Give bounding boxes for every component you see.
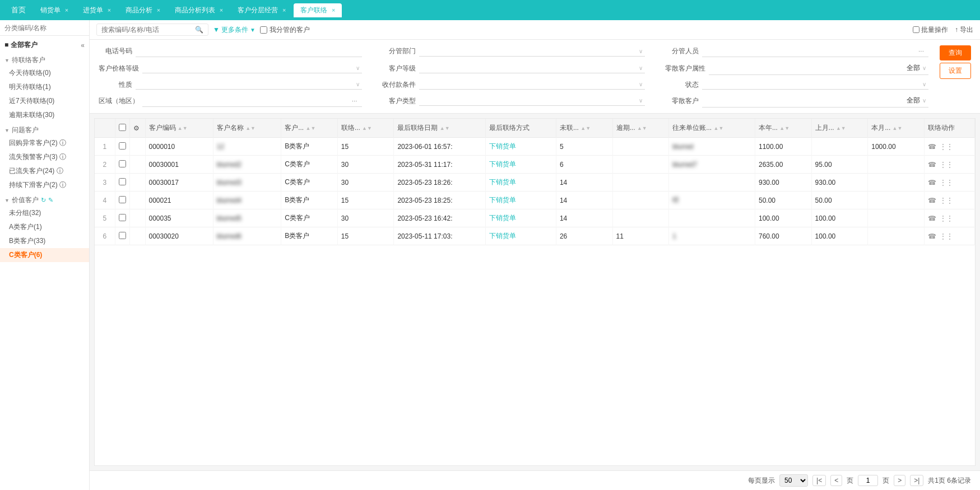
collapse-icon[interactable]: « xyxy=(81,41,85,49)
export-button[interactable]: ↑ 导出 xyxy=(955,25,973,35)
refresh-icon[interactable]: ↻ xyxy=(41,197,46,204)
next-page-button[interactable]: > xyxy=(894,475,905,486)
phone-icon[interactable]: ☎ xyxy=(928,232,936,240)
sidebar-item-class-a[interactable]: A类客户(1) xyxy=(0,220,89,234)
filter-status-select[interactable]: ∨ xyxy=(702,80,928,90)
filter-phone-input[interactable] xyxy=(136,45,362,57)
sidebar-item-today[interactable]: 今天待联络(0) xyxy=(0,66,89,80)
sidebar-item-lost[interactable]: 已流失客户(24) ⓘ xyxy=(0,164,89,178)
all-customers-title[interactable]: ■ 全部客户 « xyxy=(0,36,89,52)
filter-region-select[interactable]: ··· xyxy=(142,95,362,107)
sidebar-item-class-b[interactable]: B类客户(33) xyxy=(0,234,89,248)
close-icon[interactable]: × xyxy=(220,7,223,13)
phone-icon[interactable]: ☎ xyxy=(928,197,936,204)
sort-icon[interactable]: ▲▼ xyxy=(362,125,372,131)
gear-icon[interactable]: ⚙ xyxy=(133,124,140,132)
close-icon[interactable]: × xyxy=(65,7,68,13)
row-checkbox[interactable] xyxy=(119,178,126,185)
sort-icon[interactable]: ▲▼ xyxy=(779,125,789,131)
filter-customer-type-select[interactable]: ∨ xyxy=(419,96,645,106)
first-page-button[interactable]: |< xyxy=(812,475,826,486)
per-page-select[interactable]: 50 100 200 xyxy=(779,474,808,487)
sidebar-item-class-c[interactable]: C类客户(6) xyxy=(0,248,89,262)
phone-icon[interactable]: ☎ xyxy=(928,143,936,151)
filter-person-select[interactable]: ··· xyxy=(702,45,928,57)
sidebar-item-tomorrow[interactable]: 明天待联络(1) xyxy=(0,80,89,94)
tab-customer-contact[interactable]: 客户联络 × xyxy=(294,3,342,17)
sort-icon[interactable]: ▲▼ xyxy=(305,125,315,131)
select-all-checkbox[interactable] xyxy=(119,124,126,131)
filter-customer-level-select[interactable]: ∨ xyxy=(419,63,645,73)
sort-icon[interactable]: ▲▼ xyxy=(836,125,846,131)
more-actions-icon[interactable]: ⋮⋮ xyxy=(940,197,953,204)
my-customers-check[interactable] xyxy=(260,26,267,34)
last-method-link[interactable]: 下销货单 xyxy=(489,214,516,222)
phone-icon[interactable]: ☎ xyxy=(928,161,936,169)
last-method-link[interactable]: 下销货单 xyxy=(489,196,516,204)
row-checkbox[interactable] xyxy=(119,214,126,221)
phone-icon[interactable]: ☎ xyxy=(928,179,936,186)
search-icon[interactable]: 🔍 xyxy=(195,26,203,34)
row-checkbox[interactable] xyxy=(119,232,126,239)
tab-product-analysis[interactable]: 商品分析 × xyxy=(119,3,167,17)
filter-dept-select[interactable]: ∨ xyxy=(419,46,645,57)
tab-product-analysis-list[interactable]: 商品分析列表 × xyxy=(168,3,230,17)
table-row: 300030017blurred3C类客户302023-05-23 18:26:… xyxy=(95,174,975,192)
close-icon[interactable]: × xyxy=(157,7,160,13)
sidebar-group-value: 价值客户 ↻ ✎ xyxy=(0,192,89,206)
batch-op-check[interactable] xyxy=(913,26,919,33)
close-icon[interactable]: × xyxy=(108,7,111,13)
filter-payment-select[interactable]: ∨ xyxy=(419,80,645,90)
more-actions-icon[interactable]: ⋮⋮ xyxy=(940,161,953,169)
sort-icon[interactable]: ▲▼ xyxy=(637,125,647,131)
filter-search-input[interactable] xyxy=(101,26,193,34)
page-number-input[interactable] xyxy=(858,475,878,486)
tab-purchase[interactable]: 进货单 × xyxy=(76,3,118,17)
filter-nature-select[interactable]: ∨ xyxy=(136,80,362,90)
more-actions-icon[interactable]: ⋮⋮ xyxy=(940,214,953,222)
tab-sales[interactable]: 销货单 × xyxy=(34,3,75,17)
more-actions-icon[interactable]: ⋮⋮ xyxy=(940,143,953,151)
filter-scatter-customer-select[interactable]: 全部 ∨ xyxy=(702,94,928,108)
more-icon[interactable]: ··· xyxy=(918,47,924,55)
sidebar-item-overdue[interactable]: 逾期未联络(30) xyxy=(0,108,89,122)
query-button[interactable]: 查询 xyxy=(940,45,971,60)
row-checkbox[interactable] xyxy=(119,196,126,203)
more-actions-icon[interactable]: ⋮⋮ xyxy=(940,232,953,240)
sidebar-item-declining[interactable]: 持续下滑客户(2) ⓘ xyxy=(0,178,89,192)
phone-icon[interactable]: ☎ xyxy=(928,214,936,222)
more-actions-icon[interactable]: ⋮⋮ xyxy=(940,179,953,186)
row-checkbox[interactable] xyxy=(119,160,126,167)
my-customers-checkbox[interactable]: 我分管的客户 xyxy=(260,25,310,35)
sidebar-search-input[interactable] xyxy=(4,24,89,32)
prev-page-button[interactable]: < xyxy=(830,475,842,486)
batch-operations-button[interactable]: 批量操作 xyxy=(913,25,948,35)
row-checkbox[interactable] xyxy=(119,142,126,150)
last-method-link[interactable]: 下销货单 xyxy=(489,232,516,240)
filter-scatter-attr-select[interactable]: 全部 ∨ xyxy=(709,62,928,75)
last-method-link[interactable]: 下销货单 xyxy=(489,142,516,150)
filter-price-level-select[interactable]: ∨ xyxy=(142,63,362,73)
sidebar-item-ungrouped[interactable]: 未分组(32) xyxy=(0,206,89,220)
last-method-link[interactable]: 下销货单 xyxy=(489,160,516,168)
sort-icon[interactable]: ▲▼ xyxy=(714,125,724,131)
sort-icon[interactable]: ▲▼ xyxy=(580,125,591,131)
sidebar-item-abnormal[interactable]: 回购异常客户(2) ⓘ xyxy=(0,136,89,150)
tab-customer-stratification[interactable]: 客户分层经营 × xyxy=(231,3,292,17)
sort-icon[interactable]: ▲▼ xyxy=(440,125,450,131)
more-icon[interactable]: ··· xyxy=(352,97,357,105)
sort-icon[interactable]: ▲▼ xyxy=(893,125,903,131)
sort-icon[interactable]: ▲▼ xyxy=(178,125,188,131)
more-conditions-button[interactable]: ▼ 更多条件 ▼ xyxy=(213,25,256,35)
last-page-button[interactable]: >| xyxy=(910,475,923,486)
tab-home[interactable]: 首页 xyxy=(4,3,32,17)
settings-button[interactable]: 设置 xyxy=(940,63,971,79)
sidebar-item-warning[interactable]: 流失预警客户(3) ⓘ xyxy=(0,150,89,164)
close-icon[interactable]: × xyxy=(282,7,286,13)
sort-icon[interactable]: ▲▼ xyxy=(245,125,256,131)
last-method-link[interactable]: 下销货单 xyxy=(489,178,516,186)
row-action-cell xyxy=(129,156,145,174)
sidebar-item-7days[interactable]: 近7天待联络(0) xyxy=(0,94,89,108)
close-icon[interactable]: × xyxy=(332,7,335,13)
edit-icon[interactable]: ✎ xyxy=(48,197,53,204)
